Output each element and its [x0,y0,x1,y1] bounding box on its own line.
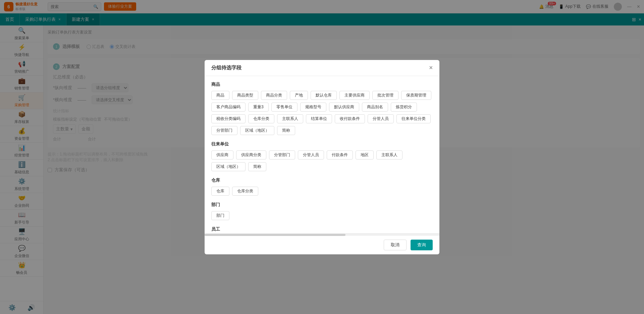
tag-origin[interactable]: 产地 [290,91,308,100]
tag-counterpart-category[interactable]: 往来单位分类 [396,114,431,123]
tag-batch-mgmt[interactable]: 批次管理 [372,91,398,100]
modal-overlay: 分组待选字段 × 商品 商品 商品类型 商品分类 产地 默认仓库 主要供应商 批… [0,0,644,314]
tag-area[interactable]: 地区 [356,150,374,160]
tag-main-supplier[interactable]: 主要供应商 [339,91,370,100]
tag-expiry-mgmt[interactable]: 保质期管理 [401,91,431,100]
section-counterpart: 往来单位 供应商 供应商分类 分管部门 分管人员 付款条件 地区 主联系人 区域… [211,141,433,171]
confirm-button[interactable]: 查询 [411,240,433,250]
section-goods-title: 商品 [211,81,433,87]
cancel-button[interactable]: 取消 [384,240,407,250]
section-dept-title: 部门 [211,202,433,208]
tag-warehouse-cat[interactable]: 仓库分类 [232,187,258,196]
tag-supplier-category[interactable]: 供应商分类 [236,150,266,160]
tag-weight[interactable]: 重量3 [248,103,269,112]
goods-tags: 商品 商品类型 商品分类 产地 默认仓库 主要供应商 批次管理 保质期管理 客户… [211,91,433,135]
tag-retail-unit[interactable]: 零售单位 [271,103,298,112]
tag-customer-code[interactable]: 客户商品编码 [211,103,246,112]
tag-manager[interactable]: 分管人员 [368,114,394,123]
modal-footer: 取消 查询 [205,235,439,254]
tag-warehouse-category[interactable]: 仓库分类 [248,114,274,123]
field-select-modal: 分组待选字段 × 商品 商品 商品类型 商品分类 产地 默认仓库 主要供应商 批… [205,60,439,254]
section-counterpart-title: 往来单位 [211,141,433,147]
tag-region[interactable]: 区域（地区） [240,126,274,135]
section-employee-title: 员工 [211,226,433,232]
tag-goods[interactable]: 商品 [211,91,229,100]
dept-tags: 部门 [211,211,433,220]
tag-goods-type[interactable]: 商品类型 [232,91,258,100]
tag-default-supplier[interactable]: 默认供应商 [329,103,359,112]
tag-settlement-unit[interactable]: 结算单位 [306,114,332,123]
modal-header: 分组待选字段 × [205,60,439,76]
section-warehouse: 仓库 仓库 仓库分类 [211,177,433,196]
tag-main-contact[interactable]: 主联系人 [277,114,303,123]
tag-manager2[interactable]: 分管人员 [298,150,324,160]
modal-hscroll-thumb [205,234,345,236]
tag-dept2[interactable]: 分管部门 [269,150,295,160]
counterpart-tags: 供应商 供应商分类 分管部门 分管人员 付款条件 地区 主联系人 区域（地区） … [211,150,433,171]
tag-department[interactable]: 部门 [211,211,229,220]
tag-default-warehouse[interactable]: 默认仓库 [311,91,337,100]
tag-short-name2[interactable]: 简称 [248,162,266,171]
tag-goods-alias[interactable]: 商品别名 [362,103,388,112]
modal-close-btn[interactable]: × [429,65,433,71]
tag-points[interactable]: 炼货积分 [391,103,417,112]
section-employee: 员工 业务员 [211,226,433,233]
tag-payment-terms[interactable]: 收付款条件 [335,114,365,123]
tag-spec-model[interactable]: 规格型号 [300,103,326,112]
modal-body[interactable]: 商品 商品 商品类型 商品分类 产地 默认仓库 主要供应商 批次管理 保质期管理… [205,76,439,233]
section-warehouse-title: 仓库 [211,177,433,183]
tag-main-contact2[interactable]: 主联系人 [376,150,402,160]
tag-supplier[interactable]: 供应商 [211,150,233,160]
tag-goods-category[interactable]: 商品分类 [261,91,287,100]
tag-region2[interactable]: 区域（地区） [211,162,246,171]
section-goods: 商品 商品 商品类型 商品分类 产地 默认仓库 主要供应商 批次管理 保质期管理… [211,81,433,135]
section-dept: 部门 部门 [211,202,433,220]
tag-tax-code[interactable]: 税收分类编码 [211,114,246,123]
tag-warehouse[interactable]: 仓库 [211,187,229,196]
tag-dept[interactable]: 分管部门 [211,126,237,135]
tag-payment-terms2[interactable]: 付款条件 [327,150,353,160]
modal-title: 分组待选字段 [211,65,241,71]
warehouse-tags: 仓库 仓库分类 [211,187,433,196]
tag-short-name[interactable]: 简称 [277,126,295,135]
modal-horizontal-scrollbar[interactable] [205,233,439,235]
